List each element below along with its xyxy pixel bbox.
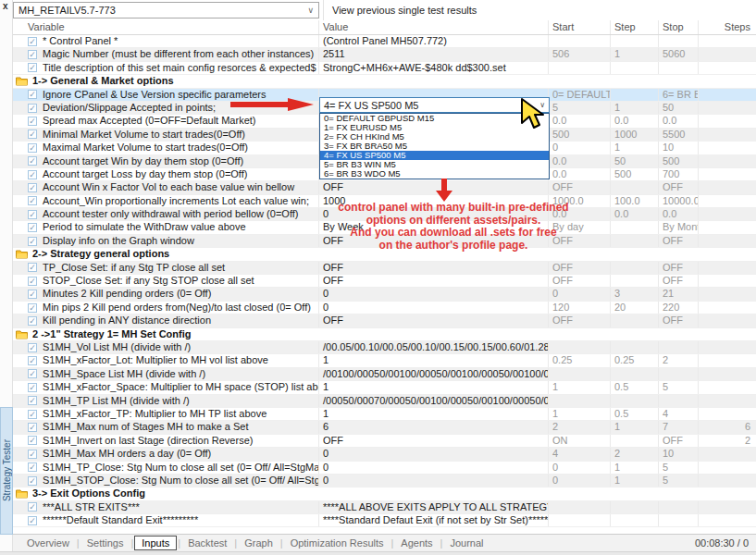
close-panel-button[interactable]: x bbox=[3, 1, 8, 11]
value-cell[interactable]: 6 bbox=[319, 421, 549, 433]
stop-cell[interactable]: 4 bbox=[659, 408, 699, 420]
step-cell[interactable] bbox=[611, 35, 659, 47]
start-cell[interactable] bbox=[549, 395, 611, 407]
stop-cell[interactable] bbox=[659, 501, 699, 513]
start-cell[interactable]: 1 bbox=[549, 381, 611, 393]
value-cell[interactable]: 2511 bbox=[319, 48, 549, 60]
stop-cell[interactable]: OFF bbox=[659, 435, 699, 447]
table-row[interactable]: ✓***ALL STR EXITS*******ALL ABOVE EXITS … bbox=[13, 501, 756, 514]
table-row[interactable]: ✓Account Win x Factor Vol to each base v… bbox=[13, 181, 756, 194]
start-cell[interactable] bbox=[549, 501, 611, 513]
value-cell[interactable]: 0 bbox=[319, 302, 549, 314]
stop-cell[interactable]: 21 bbox=[659, 288, 699, 300]
row-checkbox[interactable]: ✓ bbox=[28, 104, 37, 113]
stop-cell[interactable]: 700 bbox=[659, 168, 699, 180]
start-cell[interactable]: 0.0 bbox=[549, 168, 611, 180]
column-header-value[interactable]: Value bbox=[319, 20, 549, 34]
stop-cell[interactable]: 5 bbox=[659, 462, 699, 474]
step-cell[interactable]: 0.5 bbox=[611, 381, 659, 393]
group-row[interactable]: 3-> Exit Options Config bbox=[13, 487, 756, 500]
start-cell[interactable]: 0.25 bbox=[549, 354, 611, 366]
stop-cell[interactable]: 2 bbox=[659, 354, 699, 366]
stop-cell[interactable] bbox=[659, 35, 699, 47]
value-cell[interactable]: ****ALL ABOVE EXITS APPLY TO ALL STRATEG… bbox=[319, 501, 549, 513]
table-row[interactable]: ✓S1MH_Vol List MH (divide with /)/00.05/… bbox=[13, 341, 756, 354]
table-row[interactable]: ✓******Default Standard Exit************… bbox=[13, 514, 756, 527]
step-cell[interactable]: 500 bbox=[611, 168, 659, 180]
column-header-variable[interactable]: Variable bbox=[13, 20, 319, 34]
step-cell[interactable]: 1 bbox=[611, 475, 659, 487]
step-cell[interactable] bbox=[611, 62, 659, 74]
stop-cell[interactable]: OFF bbox=[659, 235, 699, 247]
step-cell[interactable] bbox=[611, 341, 659, 353]
step-cell[interactable]: 0.0 bbox=[611, 208, 659, 220]
group-row[interactable]: 1-> General & Market options bbox=[13, 75, 756, 88]
step-cell[interactable]: 3 bbox=[611, 288, 659, 300]
tab-settings[interactable]: Settings bbox=[81, 536, 130, 549]
row-checkbox[interactable]: ✓ bbox=[28, 383, 37, 392]
start-cell[interactable]: 120 bbox=[549, 302, 611, 314]
step-cell[interactable] bbox=[611, 501, 659, 513]
value-cell[interactable]: 1 bbox=[319, 354, 549, 366]
value-cell[interactable]: ****Standard Defaut Exit (if not set by … bbox=[319, 514, 549, 526]
start-cell[interactable]: 0.0 bbox=[549, 155, 611, 167]
row-checkbox[interactable]: ✓ bbox=[28, 423, 37, 432]
column-header-start[interactable]: Start bbox=[549, 20, 611, 34]
row-checkbox[interactable]: ✓ bbox=[28, 436, 37, 445]
stop-cell[interactable] bbox=[659, 368, 699, 380]
table-row[interactable]: ✓S1MH_TP List MH (divide with /)/00050/0… bbox=[13, 395, 756, 408]
start-cell[interactable]: 0= DEFAULT G... bbox=[549, 89, 611, 101]
start-cell[interactable]: 4 bbox=[549, 448, 611, 460]
step-cell[interactable] bbox=[611, 514, 659, 526]
stop-cell[interactable]: 500 bbox=[659, 155, 699, 167]
start-cell[interactable]: OFF bbox=[549, 262, 611, 274]
dropdown-option[interactable]: 4= FX US SP500 M5 bbox=[320, 151, 549, 160]
value-cell[interactable]: OFF bbox=[319, 262, 549, 274]
stop-cell[interactable]: OFF bbox=[659, 275, 699, 287]
tab-backtest[interactable]: Backtest bbox=[181, 536, 233, 549]
row-checkbox[interactable]: ✓ bbox=[28, 223, 37, 232]
row-checkbox[interactable]: ✓ bbox=[28, 450, 37, 459]
step-cell[interactable]: 2 bbox=[611, 448, 659, 460]
table-row[interactable]: ✓Magic Number (must be different from ea… bbox=[13, 48, 756, 61]
stop-cell[interactable] bbox=[659, 341, 699, 353]
step-cell[interactable] bbox=[611, 314, 659, 327]
row-checkbox[interactable]: ✓ bbox=[28, 290, 37, 299]
start-cell[interactable]: OFF bbox=[549, 314, 611, 327]
stop-cell[interactable]: 50 bbox=[659, 102, 699, 114]
start-cell[interactable] bbox=[549, 514, 611, 526]
row-checkbox[interactable]: ✓ bbox=[28, 37, 37, 46]
step-cell[interactable]: 1 bbox=[611, 142, 659, 154]
column-header-steps[interactable]: Steps bbox=[699, 20, 756, 34]
step-cell[interactable]: 1 bbox=[611, 102, 659, 114]
stop-cell[interactable] bbox=[659, 395, 699, 407]
table-row[interactable]: ✓STOP_Close Set: if any Stg STOP close a… bbox=[13, 275, 756, 288]
dropdown-option[interactable]: 1= FX EURUSD M5 bbox=[320, 123, 549, 132]
start-cell[interactable] bbox=[549, 368, 611, 380]
row-checkbox[interactable]: ✓ bbox=[28, 476, 37, 486]
step-cell[interactable]: 20 bbox=[611, 302, 659, 314]
table-row[interactable]: ✓S1MH_xFactor_Lot: Multiplier to MH vol … bbox=[13, 354, 756, 367]
dropdown-option[interactable]: 5= BR B3 WIN M5 bbox=[320, 160, 549, 169]
tab-journal[interactable]: Journal bbox=[443, 536, 490, 549]
row-checkbox[interactable]: ✓ bbox=[28, 502, 37, 512]
value-cell[interactable]: 0 bbox=[319, 288, 549, 300]
stop-cell[interactable]: 5 bbox=[659, 381, 699, 393]
start-cell[interactable]: 0 bbox=[549, 288, 611, 300]
row-checkbox[interactable]: ✓ bbox=[28, 143, 37, 153]
step-cell[interactable]: 0.0 bbox=[611, 115, 659, 127]
row-checkbox[interactable]: ✓ bbox=[28, 356, 37, 365]
value-cell[interactable]: /00.05/00.10/00.05/00.10/00.15/00.15/00.… bbox=[319, 341, 549, 353]
row-checkbox[interactable]: ✓ bbox=[28, 369, 37, 378]
step-cell[interactable]: 100.0 bbox=[611, 195, 659, 207]
value-cell[interactable]: 1 bbox=[319, 381, 549, 393]
value-cell[interactable]: OFF bbox=[319, 435, 549, 447]
stop-cell[interactable] bbox=[659, 514, 699, 526]
start-cell[interactable]: 1 bbox=[549, 408, 611, 420]
row-checkbox[interactable]: ✓ bbox=[28, 410, 37, 419]
step-cell[interactable] bbox=[611, 89, 659, 101]
row-checkbox[interactable]: ✓ bbox=[28, 63, 37, 72]
step-cell[interactable]: 50 bbox=[611, 155, 659, 167]
row-checkbox[interactable]: ✓ bbox=[28, 183, 37, 192]
step-cell[interactable] bbox=[611, 235, 659, 247]
